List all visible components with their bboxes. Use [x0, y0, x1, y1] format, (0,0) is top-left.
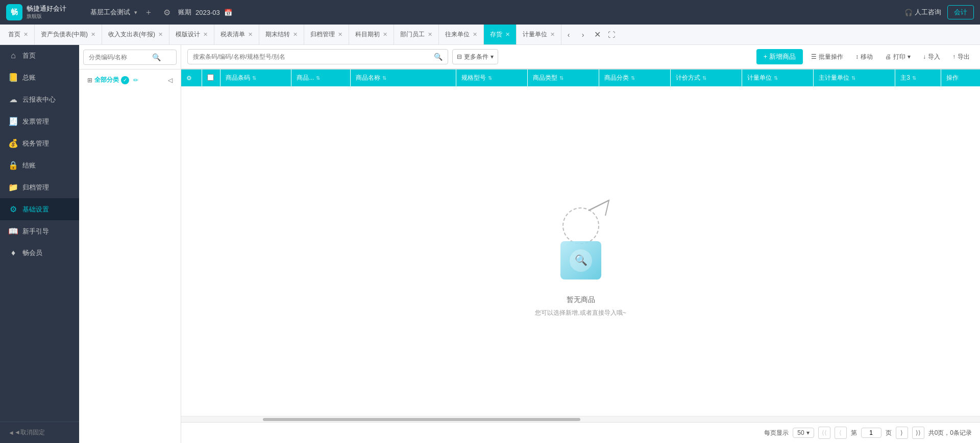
tab-close-partner[interactable]: ✕ [473, 31, 477, 38]
calendar-icon[interactable]: 📅 [224, 9, 232, 16]
sidebar-item-home[interactable]: ⌂ 首页 [0, 45, 79, 66]
sort-barcode-icon[interactable]: ⇅ [252, 75, 256, 81]
tab-template[interactable]: 模版设计 ✕ [169, 25, 214, 45]
th-spec[interactable]: 规格型号 ⇅ [456, 69, 528, 86]
th-barcode[interactable]: 商品条码 ⇅ [220, 69, 291, 86]
panel-collapse-btn[interactable]: ◁ [168, 77, 173, 84]
settings-col-icon[interactable]: ⚙ [186, 75, 192, 82]
account-button[interactable]: 会计 [947, 5, 974, 19]
collapse-arrow-icon: ◄ [8, 429, 14, 436]
service-button[interactable]: 🎧 人工咨询 [904, 8, 941, 17]
tab-prev-btn[interactable]: ‹ [561, 25, 576, 45]
page-input[interactable] [861, 428, 881, 438]
sidebar-item-ledger[interactable]: 📒 总账 [0, 66, 79, 88]
last-page-btn[interactable]: ⟩⟩ [912, 427, 924, 439]
product-search-input[interactable] [193, 53, 432, 60]
th-col3[interactable]: 主3 ⇅ [895, 69, 941, 86]
sidebar-item-invoice[interactable]: 🧾 发票管理 [0, 110, 79, 132]
sidebar-item-close[interactable]: 🔒 结账 [0, 154, 79, 176]
sidebar-item-basic[interactable]: ⚙ 基础设置 [0, 198, 79, 220]
th-category[interactable]: 商品分类 ⇅ [599, 69, 671, 86]
tab-inventory[interactable]: 存货 ✕ [484, 25, 517, 45]
table-scroll-area[interactable]: ⚙ 商品条码 ⇅ [181, 69, 980, 86]
sort-unit-icon[interactable]: ⇅ [774, 75, 778, 81]
export-btn[interactable]: ↑ 导出 [948, 49, 974, 64]
add-tab-btn[interactable]: ＋ [141, 5, 156, 19]
tab-close-staff[interactable]: ✕ [428, 31, 432, 38]
tab-close-income[interactable]: ✕ [158, 31, 163, 38]
category-search-icon[interactable]: 🔍 [152, 53, 161, 61]
tab-subject[interactable]: 科目期初 ✕ [349, 25, 394, 45]
product-search-icon[interactable]: 🔍 [434, 53, 443, 61]
horizontal-scrollbar[interactable] [181, 416, 980, 422]
sidebar-item-tax[interactable]: 💰 税务管理 [0, 132, 79, 154]
sidebar-item-archive[interactable]: 📁 归档管理 [0, 176, 79, 198]
tab-close-template[interactable]: ✕ [203, 31, 208, 38]
th-pricing[interactable]: 计价方式 ⇅ [670, 69, 742, 86]
first-page-btn[interactable]: ⟨⟨ [818, 427, 830, 439]
page-size-select[interactable]: 50 ▾ [793, 428, 814, 438]
tab-income[interactable]: 收入支出表(年报) ✕ [102, 25, 169, 45]
prev-page-btn[interactable]: ⟨ [835, 427, 847, 439]
category-search-input[interactable] [89, 54, 150, 61]
th-unit[interactable]: 计量单位 ⇅ [742, 69, 813, 86]
filter-btn[interactable]: ⊟ 更多条件 ▾ [452, 49, 498, 64]
sidebar-item-member[interactable]: ♦ 畅会员 [0, 242, 79, 264]
tab-balance[interactable]: 资产负债表(中期) ✕ [35, 25, 102, 45]
tab-archive[interactable]: 归档管理 ✕ [304, 25, 349, 45]
sort-category-icon[interactable]: ⇅ [631, 75, 635, 81]
tab-close-period[interactable]: ✕ [293, 31, 298, 38]
th-settings[interactable]: ⚙ [181, 69, 202, 86]
tab-taxreturn[interactable]: 税表清单 ✕ [214, 25, 259, 45]
tab-home[interactable]: 首页 ✕ [2, 25, 35, 45]
tab-close-all-btn[interactable]: ✕ [590, 25, 604, 45]
sort-name-icon[interactable]: ⇅ [382, 75, 386, 81]
tab-close-unit[interactable]: ✕ [550, 31, 555, 38]
sort-code-icon[interactable]: ⇅ [316, 75, 320, 81]
th-name[interactable]: 商品名称 ⇅ [351, 69, 456, 86]
next-page-btn[interactable]: ⟩ [896, 427, 908, 439]
tab-close-balance[interactable]: ✕ [91, 31, 95, 38]
th-main-unit[interactable]: 主计量单位 ⇅ [813, 69, 895, 86]
tab-close-archive[interactable]: ✕ [338, 31, 342, 38]
company-dropdown-icon[interactable]: ▾ [134, 9, 137, 16]
all-category-label[interactable]: 全部分类 [94, 76, 119, 84]
sort-col3-icon[interactable]: ⇅ [912, 75, 916, 81]
sidebar-collapse-btn[interactable]: ◄ ◄取消固定 [0, 422, 79, 443]
add-product-btn[interactable]: + 新增商品 [756, 49, 803, 64]
tab-close-taxreturn[interactable]: ✕ [248, 31, 253, 38]
tab-expand-btn[interactable]: ⛶ [604, 25, 619, 45]
print-btn[interactable]: 🖨 打印 ▾ [881, 49, 915, 64]
select-all-checkbox[interactable] [207, 74, 214, 81]
tab-unit[interactable]: 计量单位 ✕ [517, 25, 561, 45]
import-btn[interactable]: ↓ 导入 [919, 49, 944, 64]
sort-pricing-icon[interactable]: ⇅ [702, 75, 706, 81]
th-code[interactable]: 商品... ⇅ [291, 69, 351, 86]
scroll-thumb[interactable] [263, 418, 581, 421]
panel-header: ⊞ 全部分类 ✓ ✏ ◁ [83, 74, 177, 86]
batch-btn[interactable]: ☰ 批量操作 [807, 49, 847, 64]
sort-spec-icon[interactable]: ⇅ [488, 75, 492, 81]
move-btn[interactable]: ↕ 移动 [851, 49, 877, 64]
settings-icon[interactable]: ⚙ [160, 5, 174, 19]
category-search-box[interactable]: 🔍 [83, 50, 177, 65]
sidebar-item-guide[interactable]: 📖 新手引导 [0, 220, 79, 242]
tab-close-subject[interactable]: ✕ [383, 31, 387, 38]
th-checkbox[interactable] [202, 69, 220, 86]
sidebar-item-reports[interactable]: ☁ 云报表中心 [0, 88, 79, 110]
tab-close-inventory[interactable]: ✕ [505, 31, 510, 38]
tab-staff[interactable]: 部门员工 ✕ [394, 25, 439, 45]
product-search-box[interactable]: 🔍 [187, 49, 448, 64]
home-icon: ⌂ [8, 51, 18, 60]
sort-type-icon[interactable]: ⇅ [559, 75, 564, 81]
pagination: 每页显示 50 ▾ ⟨⟨ ⟨ 第 页 ⟩ ⟩⟩ 共0页，0条记录 [181, 422, 980, 443]
tab-next-btn[interactable]: › [576, 25, 590, 45]
tab-period[interactable]: 期末结转 ✕ [259, 25, 304, 45]
tab-close-home[interactable]: ✕ [23, 31, 28, 38]
sort-main-unit-icon[interactable]: ⇅ [851, 75, 855, 81]
panel-edit-icon[interactable]: ✏ [133, 77, 138, 84]
th-type[interactable]: 商品类型 ⇅ [528, 69, 599, 86]
app-logo: 畅 [6, 4, 22, 20]
tab-partner[interactable]: 往来单位 ✕ [439, 25, 484, 45]
page-size-label: 每页显示 [764, 429, 789, 437]
